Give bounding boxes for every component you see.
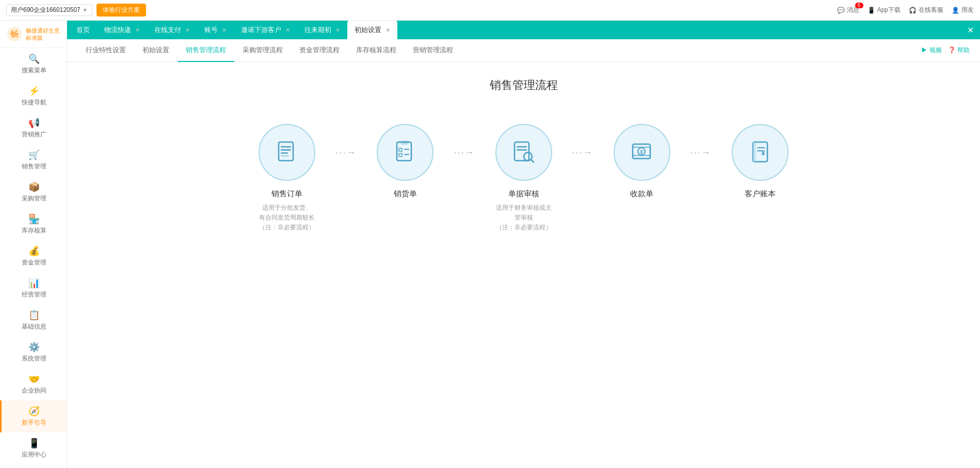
dropdown-arrow-icon: ▼ (83, 7, 88, 13)
sidebar-item-label: 搜索菜单 (22, 66, 46, 75)
tab-label: 账号 (204, 25, 218, 35)
customer-service-button[interactable]: 🎧 在线客服 (909, 6, 943, 14)
sidebar-item-basic[interactable]: 📋 基础信息 (0, 304, 67, 336)
flow-item-name-receipt: 收款单 (630, 189, 653, 199)
sidebar-item-quick[interactable]: ⚡ 快捷导航 (0, 80, 67, 112)
svg-rect-8 (401, 141, 408, 144)
sub-tab-sales_flow[interactable]: 销售管理流程 (178, 39, 234, 62)
main-layout: 畅 畅捷通好生意 标准版 🔍 搜索菜单 ⚡ 快捷导航 📢 营销推广 🛒 销售管理… (0, 21, 980, 468)
sub-tab-init[interactable]: 初始设置 (134, 39, 178, 62)
message-badge: 6 (855, 3, 863, 8)
flow-circle-receipt[interactable]: ¥ (614, 124, 670, 181)
marketing-icon: 📢 (28, 117, 40, 129)
top-bar-left: 用户690企业1660120507 ▼ 体验行业方案 (6, 4, 146, 17)
sidebar-item-marketing[interactable]: 📢 营销推广 (0, 112, 67, 144)
sub-tab-inventory_flow[interactable]: 库存核算流程 (348, 39, 405, 62)
sidebar-item-label: 资金管理 (22, 258, 46, 267)
nav-tab-logistics[interactable]: 物流快递✕ (97, 21, 147, 39)
tab-close-icon[interactable]: ✕ (135, 27, 140, 34)
sidebar-item-label: 经营管理 (22, 290, 46, 299)
sidebar-item-label: 采购管理 (22, 194, 46, 203)
help-action[interactable]: ❓ 帮助 (948, 46, 970, 55)
tab-label: 首页 (76, 25, 90, 35)
tab-close-icon[interactable]: ✕ (385, 27, 390, 34)
close-all-button[interactable]: ✕ (963, 25, 978, 35)
sidebar-item-inventory[interactable]: 🏪 库存核算 (0, 208, 67, 240)
user-name: 用友 (961, 6, 974, 14)
nav-tabs: 首页物流快递✕在线支付✕账号✕邀请下游客户✕往来期初✕初始设置✕✕ (67, 21, 980, 39)
operation-icon: 📊 (28, 277, 40, 289)
sidebar-item-search[interactable]: 🔍 搜索菜单 (0, 48, 67, 80)
flow-item-receipt: ¥ 收款单 (596, 124, 688, 203)
svg-text:畅: 畅 (10, 29, 19, 38)
user-label: 用户690企业1660120507 (11, 6, 81, 14)
avatar-icon: 👤 (952, 7, 959, 14)
video-action[interactable]: ▶ 视频 (921, 46, 941, 55)
tab-label: 往来期初 (304, 25, 331, 35)
sidebar-item-system[interactable]: ⚙️ 系统管理 (0, 336, 67, 368)
sidebar-item-finance[interactable]: 💰 资金管理 (0, 240, 67, 272)
tab-close-icon[interactable]: ✕ (285, 27, 290, 34)
logo: 畅 畅捷通好生意 标准版 (0, 21, 67, 48)
message-button[interactable]: 💬 消息 6 (837, 6, 859, 14)
sidebar-item-operation[interactable]: 📊 经营管理 (0, 272, 67, 304)
sub-tab-marketing_flow[interactable]: 营销管理流程 (405, 39, 461, 62)
sidebar: 畅 畅捷通好生意 标准版 🔍 搜索菜单 ⚡ 快捷导航 📢 营销推广 🛒 销售管理… (0, 21, 67, 468)
svg-text:¥: ¥ (640, 149, 643, 155)
sidebar-item-label: 营销推广 (22, 130, 46, 139)
svg-rect-5 (281, 152, 288, 154)
sub-tab-finance_flow[interactable]: 资金管理流程 (291, 39, 348, 62)
tab-close-icon[interactable]: ✕ (335, 27, 340, 34)
nav-tab-period[interactable]: 往来期初✕ (297, 21, 347, 39)
flow-item-name-customer_ledger: 客户账本 (745, 189, 776, 199)
tab-close-icon[interactable]: ✕ (222, 27, 227, 34)
sub-tab-industry[interactable]: 行业特性设置 (77, 39, 134, 62)
nav-tab-account[interactable]: 账号✕ (197, 21, 234, 39)
nav-tab-invite[interactable]: 邀请下游客户✕ (234, 21, 297, 39)
sidebar-item-guide[interactable]: 🧭 新手引导 (0, 400, 67, 432)
tab-label: 在线支付 (154, 25, 181, 35)
sidebar-item-purchase[interactable]: 📦 采购管理 (0, 176, 67, 208)
sidebar-item-wechat[interactable]: 💬 企业微信 (0, 464, 67, 468)
apps-icon: 📱 (28, 438, 40, 449)
sidebar-item-collab[interactable]: 🤝 企业协同 (0, 368, 67, 400)
svg-rect-9 (399, 148, 402, 151)
sub-tab-purchase_flow[interactable]: 采购管理流程 (234, 39, 291, 62)
service-label: 在线客服 (919, 6, 943, 14)
flow-circle-sales_order[interactable] (259, 124, 315, 181)
flow-circle-customer_ledger[interactable]: ¥ (732, 124, 789, 181)
tab-close-icon[interactable]: ✕ (185, 27, 190, 34)
sidebar-item-apps[interactable]: 📱 应用中心 (0, 432, 67, 464)
app-download-button[interactable]: 📱 App下载 (867, 6, 901, 14)
nav-tab-home[interactable]: 首页 (69, 21, 97, 39)
tab-label: 初始设置 (355, 25, 381, 35)
user-selector[interactable]: 用户690企业1660120507 ▼ (6, 4, 92, 16)
flow-arrow: ···→ (688, 147, 714, 158)
play-icon: ▶ (921, 46, 929, 54)
nav-tab-init[interactable]: 初始设置✕ (347, 21, 397, 39)
page-title: 销售管理流程 (88, 77, 959, 93)
nav-tab-payment[interactable]: 在线支付✕ (147, 21, 197, 39)
sidebar-item-sales[interactable]: 🛒 销售管理 (0, 144, 67, 176)
svg-rect-26 (757, 147, 765, 148)
trial-button[interactable]: 体验行业方案 (97, 4, 146, 17)
tab-label: 邀请下游客户 (241, 25, 281, 35)
app-icon: 📱 (867, 7, 875, 14)
flow-item-name-audit: 单据审核 (508, 189, 539, 199)
sidebar-item-label: 新手引导 (22, 418, 46, 427)
main-panel: 首页物流快递✕在线支付✕账号✕邀请下游客户✕往来期初✕初始设置✕✕ 行业特性设置… (67, 21, 980, 468)
user-avatar-button[interactable]: 👤 用友 (952, 6, 974, 14)
search-icon: 🔍 (28, 53, 40, 65)
purchase-icon: 📦 (28, 181, 40, 193)
svg-rect-11 (399, 153, 402, 157)
svg-rect-15 (517, 149, 527, 151)
flow-circle-sales_invoice[interactable] (377, 124, 433, 181)
flow-item-sales_order: 销售订单适用于分批发货、有合同发货周期较长（注：非必要流程） (240, 124, 333, 233)
logo-text: 畅捷通好生意 标准版 (26, 27, 60, 42)
top-bar: 用户690企业1660120507 ▼ 体验行业方案 💬 消息 6 📱 App下… (0, 0, 980, 21)
flow-circle-audit[interactable] (495, 124, 552, 181)
svg-rect-13 (515, 142, 529, 161)
question-icon: ❓ (948, 46, 957, 54)
inventory-icon: 🏪 (28, 213, 40, 225)
sidebar-items: 🔍 搜索菜单 ⚡ 快捷导航 📢 营销推广 🛒 销售管理 📦 采购管理 🏪 库存核… (0, 48, 67, 468)
